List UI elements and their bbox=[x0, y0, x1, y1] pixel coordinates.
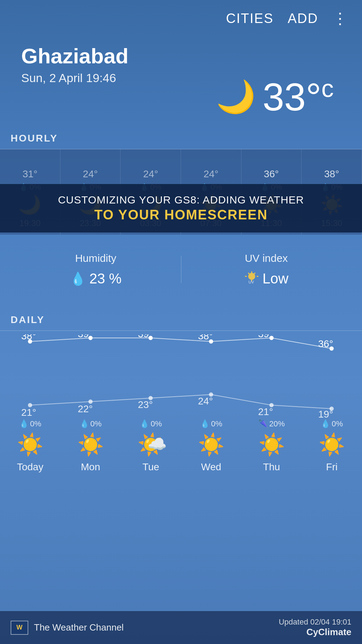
uv-box: UV index UV Low bbox=[181, 252, 352, 287]
svg-text:38°: 38° bbox=[198, 334, 213, 341]
bottom-right: Updated 02/04 19:01 CyClimate bbox=[279, 617, 351, 638]
daily-day-4: Thu bbox=[263, 461, 280, 473]
daily-weather-icon-0: ☀️ bbox=[17, 432, 43, 457]
top-navigation: CITIES ADD ⋮ bbox=[0, 0, 362, 30]
daily-weather-icon-1: ☀️ bbox=[77, 432, 104, 457]
daily-rain-0: 💧 0% bbox=[19, 419, 41, 429]
daily-day-1: Mon bbox=[81, 461, 100, 473]
high-temp-chart: 38° 39° 39° 38° 39° 36° bbox=[0, 334, 362, 380]
hero-section: Ghaziabad Sun, 2 April 19:46 🌙 33°c bbox=[0, 30, 362, 126]
svg-text:22°: 22° bbox=[78, 403, 93, 414]
svg-line-5 bbox=[248, 273, 249, 274]
svg-text:38°: 38° bbox=[21, 334, 36, 341]
uv-value: UV Low bbox=[181, 271, 352, 287]
daily-rain-icon-4: 🌂 bbox=[258, 419, 268, 429]
cities-button[interactable]: CITIES bbox=[226, 11, 273, 26]
svg-text:39°: 39° bbox=[78, 334, 93, 339]
uv-icon: UV bbox=[244, 271, 259, 286]
update-time: Updated 02/04 19:01 bbox=[279, 617, 351, 627]
low-temp-chart: 21° 22° 23° 24° 21° 19° bbox=[0, 380, 362, 419]
temperature-value: 33°c bbox=[263, 74, 334, 119]
svg-text:39°: 39° bbox=[258, 334, 273, 339]
bottom-bar: W The Weather Channel Updated 02/04 19:0… bbox=[0, 611, 362, 644]
hourly-temp-4: 36° bbox=[264, 153, 279, 181]
svg-text:21°: 21° bbox=[258, 406, 273, 417]
hourly-temp-0: 31° bbox=[23, 153, 37, 181]
hourly-temp-2: 24° bbox=[143, 153, 158, 181]
daily-col-2: 💧 0% ☀️☁️ Tue bbox=[121, 419, 181, 478]
daily-rain-3: 💧 0% bbox=[200, 419, 222, 429]
svg-text:19°: 19° bbox=[318, 409, 333, 419]
daily-rain-icon-2: 💧 bbox=[140, 419, 149, 429]
svg-text:24°: 24° bbox=[198, 396, 213, 407]
daily-day-2: Tue bbox=[142, 461, 159, 473]
daily-col-3: 💧 0% ☀️ Wed bbox=[181, 419, 241, 478]
daily-rain-2: 💧 0% bbox=[140, 419, 162, 429]
overlay-line1: CUSTOMIZING YOUR GS8: ADDING WEATHER bbox=[7, 194, 355, 206]
hourly-temp-3: 24° bbox=[204, 153, 218, 181]
cyclimate-label: CyClimate bbox=[279, 627, 351, 638]
humidity-value: 💧 23 % bbox=[11, 271, 181, 287]
daily-rain-1: 💧 0% bbox=[80, 419, 102, 429]
uv-label: UV index bbox=[181, 252, 352, 264]
daily-weather-icon-2: ☀️☁️ bbox=[138, 432, 164, 457]
svg-text:36°: 36° bbox=[318, 338, 333, 349]
svg-text:39°: 39° bbox=[138, 334, 153, 339]
daily-rain-icon-0: 💧 bbox=[19, 419, 29, 429]
daily-weather-icon-4: ☀️ bbox=[258, 432, 285, 457]
daily-columns: 💧 0% ☀️ Today 💧 0% ☀️ Mon 💧 0% bbox=[0, 419, 362, 478]
stats-row: Humidity 💧 23 % UV index UV Low bbox=[0, 235, 362, 301]
daily-weather-icon-3: ☀️ bbox=[198, 432, 224, 457]
daily-day-5: Fri bbox=[326, 461, 338, 473]
daily-rain-icon-3: 💧 bbox=[200, 419, 210, 429]
humidity-label: Humidity bbox=[11, 252, 181, 264]
overlay-line2: TO YOUR HOMESCREEN bbox=[7, 207, 355, 223]
daily-day-0: Today bbox=[17, 461, 43, 473]
hourly-section-label: HOURLY bbox=[0, 126, 362, 149]
daily-section: DAILY 38° 39° 39° 38° 39° 36° bbox=[0, 308, 362, 482]
daily-col-0: 💧 0% ☀️ Today bbox=[0, 419, 60, 478]
weather-channel-logo: W bbox=[11, 621, 28, 635]
daily-col-1: 💧 0% ☀️ Mon bbox=[60, 419, 121, 478]
daily-rain-5: 💧 0% bbox=[321, 419, 343, 429]
svg-text:21°: 21° bbox=[21, 407, 36, 418]
daily-section-label: DAILY bbox=[0, 308, 362, 331]
daily-col-4: 🌂 20% ☀️ Thu bbox=[241, 419, 302, 478]
daily-day-3: Wed bbox=[201, 461, 221, 473]
add-button[interactable]: ADD bbox=[288, 11, 318, 26]
daily-weather-icon-5: ☀️ bbox=[319, 432, 345, 457]
condition-icon: 🌙 bbox=[216, 78, 256, 115]
svg-line-6 bbox=[254, 273, 255, 274]
svg-text:UV: UV bbox=[249, 280, 254, 283]
hourly-temp-5: 38° bbox=[324, 153, 339, 181]
svg-text:23°: 23° bbox=[138, 399, 153, 410]
daily-rain-icon-1: 💧 bbox=[80, 419, 89, 429]
overlay-banner: CUSTOMIZING YOUR GS8: ADDING WEATHER TO … bbox=[0, 184, 362, 232]
more-options-button[interactable]: ⋮ bbox=[332, 11, 348, 26]
city-name: Ghaziabad bbox=[21, 44, 341, 68]
weather-channel-brand: The Weather Channel bbox=[34, 622, 124, 633]
humidity-icon: 💧 bbox=[70, 271, 86, 286]
daily-rain-4: 🌂 20% bbox=[258, 419, 285, 429]
bottom-left: W The Weather Channel bbox=[11, 621, 124, 635]
daily-col-5: 💧 0% ☀️ Fri bbox=[302, 419, 362, 478]
humidity-box: Humidity 💧 23 % bbox=[11, 252, 181, 287]
hourly-temp-1: 24° bbox=[83, 153, 98, 181]
daily-rain-icon-5: 💧 bbox=[321, 419, 330, 429]
